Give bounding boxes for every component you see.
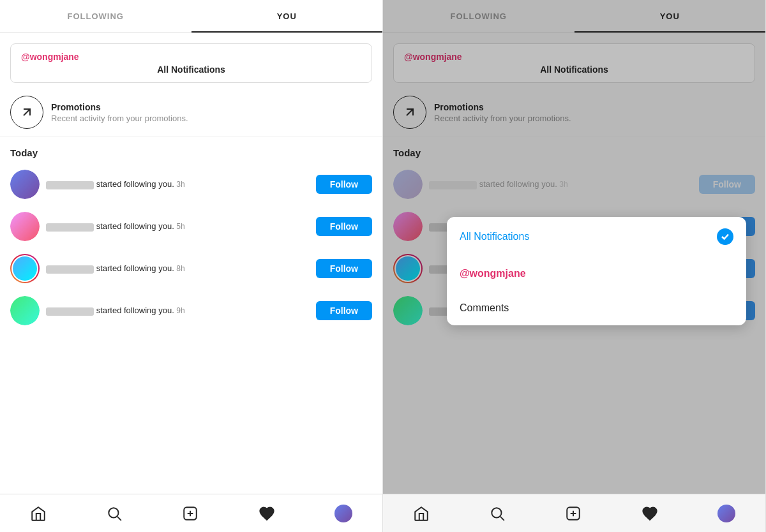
notif-row-1: started following you. 3h Follow [0,163,382,205]
notif-text-2: started following you. 5h [46,221,310,231]
blurred-username-2 [46,223,94,232]
check-icon [717,228,733,245]
notif-time-3: 8h [176,264,184,273]
right-add-icon[interactable] [565,505,582,522]
left-content: @wongmjane All Notifications Promotions … [0,33,382,532]
svg-line-0 [24,109,30,115]
follow-btn-1[interactable]: Follow [316,175,372,194]
dropdown-item-all[interactable]: All Notifications [447,217,746,256]
heart-icon[interactable] [259,505,275,522]
promo-icon [10,96,43,129]
notif-text-1: started following you. 3h [46,179,310,189]
notif-time-4: 9h [176,306,184,315]
left-panel: FOLLOWING YOU @wongmjane All Notificatio… [0,0,383,532]
blurred-username-1 [46,181,94,189]
notif-time-1: 3h [176,180,184,189]
left-tab-you[interactable]: YOU [192,0,383,33]
notif-row-2: started following you. 5h Follow [0,205,382,248]
left-tab-following[interactable]: FOLLOWING [0,0,192,33]
notif-row-4: started following you. 9h Follow [0,290,382,332]
blurred-username-4 [46,307,94,316]
avatar-1 [10,170,40,199]
svg-point-1 [109,508,118,517]
notif-row-3: started following you. 8h Follow [0,248,382,290]
add-icon[interactable] [182,505,199,522]
left-filter-username: @wongmjane [21,52,361,62]
dropdown-item-comments[interactable]: Comments [447,291,746,325]
blurred-username-3 [46,265,94,274]
search-icon[interactable] [106,505,123,522]
nav-avatar [334,505,352,522]
home-icon[interactable] [30,505,47,522]
avatar-4 [10,296,40,325]
svg-line-8 [500,516,504,520]
notif-text-4: started following you. 9h [46,306,310,315]
profile-icon[interactable] [334,505,352,522]
left-filter-box[interactable]: @wongmjane All Notifications [10,43,372,83]
right-profile-icon[interactable] [717,505,735,522]
notif-time-2: 5h [176,222,184,231]
avatar-3 [10,254,40,283]
left-tabs: FOLLOWING YOU [0,0,382,33]
right-heart-icon[interactable] [642,505,658,522]
right-home-icon[interactable] [413,505,430,522]
right-panel: FOLLOWING YOU @wongmjane All Notificatio… [383,0,766,532]
avatar-2 [10,212,40,241]
right-bottom-nav [383,494,765,532]
dropdown-item-username[interactable]: @wongmjane [447,256,746,291]
right-nav-avatar [717,505,735,522]
follow-btn-2[interactable]: Follow [316,217,372,236]
notification-filter-dropdown: All Notifications @wongmjane Comments [447,217,746,325]
promo-text: Promotions Recent activity from your pro… [51,102,188,123]
left-promotions-row[interactable]: Promotions Recent activity from your pro… [0,88,382,137]
left-filter-label: All Notifications [21,64,361,75]
promo-title: Promotions [51,102,188,112]
right-search-icon[interactable] [489,505,506,522]
notif-text-3: started following you. 8h [46,263,310,273]
follow-btn-3[interactable]: Follow [316,259,372,278]
svg-point-7 [492,508,501,517]
left-today-label: Today [0,137,382,163]
follow-btn-4[interactable]: Follow [316,301,372,320]
svg-line-2 [117,516,121,520]
left-bottom-nav [0,494,382,532]
promo-subtitle: Recent activity from your promotions. [51,114,188,123]
